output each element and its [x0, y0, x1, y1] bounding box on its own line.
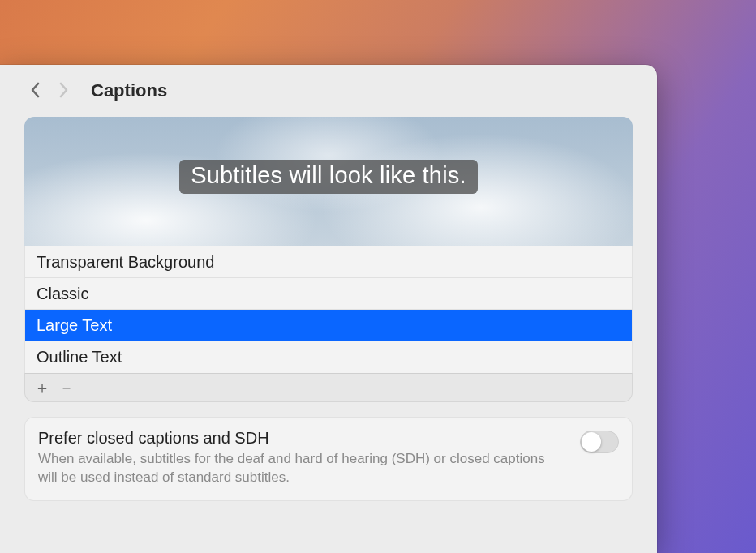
- style-row-label: Transparent Background: [37, 253, 214, 272]
- chevron-left-icon: [30, 82, 41, 101]
- minus-icon: －: [58, 377, 75, 399]
- sdh-option-text: Prefer closed captions and SDH When avai…: [38, 429, 567, 487]
- style-row-label: Large Text: [37, 316, 112, 335]
- back-button[interactable]: [24, 79, 47, 102]
- plus-icon: ＋: [34, 377, 50, 399]
- sdh-option-card: Prefer closed captions and SDH When avai…: [24, 417, 633, 501]
- sdh-option-title: Prefer closed captions and SDH: [38, 429, 567, 448]
- settings-window: Captions Subtitles will look like this. …: [0, 65, 657, 553]
- page-title: Captions: [91, 80, 167, 101]
- forward-button[interactable]: [52, 79, 75, 102]
- style-row-label: Outline Text: [37, 348, 122, 367]
- style-row[interactable]: Classic: [25, 278, 632, 310]
- remove-style-button[interactable]: －: [54, 376, 79, 399]
- header: Captions: [24, 79, 633, 102]
- chevron-right-icon: [58, 82, 69, 101]
- style-row[interactable]: Outline Text: [25, 341, 632, 373]
- add-style-button[interactable]: ＋: [30, 376, 54, 399]
- style-row-label: Classic: [37, 285, 88, 303]
- style-row[interactable]: Large Text: [25, 310, 632, 341]
- toggle-knob: [582, 432, 601, 452]
- sdh-toggle[interactable]: [580, 431, 619, 453]
- style-row[interactable]: Transparent Background: [25, 246, 632, 278]
- list-footer: ＋ －: [24, 373, 633, 402]
- caption-style-list: Transparent BackgroundClassicLarge TextO…: [24, 246, 633, 373]
- sdh-option-description: When available, subtitles for the deaf a…: [38, 450, 567, 487]
- preview-caption-text: Subtitles will look like this.: [179, 160, 478, 194]
- caption-preview: Subtitles will look like this.: [24, 117, 633, 246]
